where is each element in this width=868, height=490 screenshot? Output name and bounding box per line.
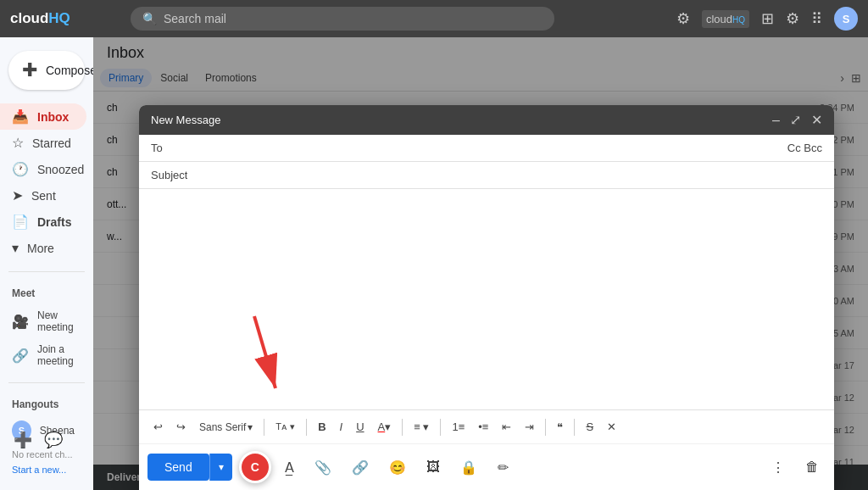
compose-label: Compose <box>46 64 97 77</box>
new-meeting-icon: 🎥 <box>12 314 29 330</box>
top-bar-icons: ⚙ cloudHQ ⊞ ⚙ ⠿ S <box>676 7 858 31</box>
undo-button[interactable]: ↩ <box>147 417 169 437</box>
emoji-icon[interactable]: 😊 <box>382 454 413 481</box>
settings-icon[interactable]: ⚙ <box>786 9 799 28</box>
inbox-icon: 📥 <box>12 109 29 125</box>
compose-button[interactable]: ✚ Compose <box>8 51 85 90</box>
sidebar-item-more[interactable]: ▾ More <box>0 235 86 261</box>
text-color-dropdown: ▾ <box>385 420 391 433</box>
top-bar: cloudHQ 🔍 ⚙ cloudHQ ⊞ ⚙ ⠿ S <box>0 0 868 37</box>
waffle-icon[interactable]: ⠿ <box>811 9 822 28</box>
toolbar-separator <box>440 419 441 436</box>
indent-less-button[interactable]: ⇤ <box>496 417 517 437</box>
sidebar-item-snoozed[interactable]: 🕐 Snoozed <box>0 156 86 182</box>
sidebar: ✚ Compose 📥 Inbox ☆ Starred 🕐 Snoozed ➤ … <box>0 37 93 490</box>
sidebar-item-starred[interactable]: ☆ Starred <box>0 130 86 156</box>
main-layout: ✚ Compose 📥 Inbox ☆ Starred 🕐 Snoozed ➤ … <box>0 37 868 490</box>
remove-format-button[interactable]: ✕ <box>601 417 622 437</box>
search-input[interactable] <box>164 12 542 25</box>
cloudhq-badge-icon[interactable]: cloudHQ <box>702 10 749 28</box>
bullet-list-button[interactable]: •≡ <box>472 417 494 437</box>
font-name: Sans Serif <box>199 421 246 433</box>
toolbar-separator <box>545 419 546 436</box>
subject-label: Subject <box>151 169 187 181</box>
compose-subject-field: Subject <box>139 162 834 189</box>
sidebar-item-label: Drafts <box>37 215 71 229</box>
send-button[interactable]: Send <box>147 454 209 481</box>
strikethrough-button[interactable]: S <box>580 417 599 437</box>
sidebar-item-label: Join a meeting <box>37 343 75 367</box>
compose-header: New Message – ⤢ ✕ <box>139 105 834 135</box>
cloudhq-action-button[interactable]: C <box>239 451 271 483</box>
cloudhq-logo: cloudHQ <box>10 10 120 27</box>
more-options-button[interactable]: ⋮ <box>765 454 792 481</box>
hangouts-section-label: Hangouts <box>0 393 93 415</box>
numbered-list-button[interactable]: 1≡ <box>446 417 470 437</box>
sidebar-item-join-meeting[interactable]: 🔗 Join a meeting <box>0 338 86 372</box>
send-group: Send ▾ <box>147 454 232 481</box>
close-icon[interactable]: ✕ <box>811 112 822 128</box>
compose-window: New Message – ⤢ ✕ To Cc Bcc Subject <box>139 105 834 490</box>
minimize-icon[interactable]: – <box>772 113 780 128</box>
text-color-label: A <box>378 420 386 433</box>
font-size-button[interactable]: Tᴀ ▾ <box>270 418 301 436</box>
sidebar-item-sent[interactable]: ➤ Sent <box>0 182 86 209</box>
photo-icon[interactable]: 🖼 <box>420 454 447 480</box>
text-color-button[interactable]: A ▾ <box>372 417 398 437</box>
compose-title: New Message <box>151 114 220 126</box>
subject-input[interactable] <box>187 169 822 181</box>
sidebar-item-label: Snoozed <box>37 163 84 176</box>
quote-button[interactable]: ❝ <box>551 417 569 437</box>
drafts-icon: 📄 <box>12 214 29 230</box>
align-button[interactable]: ≡ ▾ <box>408 417 435 437</box>
to-input[interactable] <box>185 142 787 154</box>
starred-icon: ☆ <box>12 135 24 151</box>
sidebar-add-icon[interactable]: ➕ <box>14 431 32 449</box>
toolbar-separator <box>264 419 264 436</box>
toolbar-separator <box>306 419 307 436</box>
compose-header-icons: – ⤢ ✕ <box>772 112 822 128</box>
sidebar-item-new-meeting[interactable]: 🎥 New meeting <box>0 304 86 338</box>
cc-bcc-label[interactable]: Cc Bcc <box>787 142 822 154</box>
search-bar[interactable]: 🔍 <box>131 7 554 31</box>
signature-icon[interactable]: ✏ <box>491 454 515 481</box>
format-text-icon[interactable]: A̲ <box>278 454 301 481</box>
meet-section-label: Meet <box>0 282 93 304</box>
redo-button[interactable]: ↪ <box>170 417 192 437</box>
avatar[interactable]: S <box>834 7 858 31</box>
toolbar-separator <box>402 419 403 436</box>
sidebar-item-label: Sent <box>31 189 56 203</box>
sidebar-item-drafts[interactable]: 📄 Drafts <box>0 209 86 235</box>
font-dropdown-icon: ▾ <box>248 421 253 433</box>
more-icon: ▾ <box>12 240 19 256</box>
compose-plus-icon: ✚ <box>22 61 37 80</box>
compose-to-field: To Cc Bcc <box>139 135 834 162</box>
italic-button[interactable]: I <box>334 417 349 437</box>
sidebar-item-inbox[interactable]: 📥 Inbox <box>0 103 86 130</box>
sidebar-item-label: Inbox <box>37 110 69 124</box>
font-selector[interactable]: Sans Serif ▾ <box>193 419 259 436</box>
apps-icon[interactable]: ⊞ <box>761 9 774 28</box>
snoozed-icon: 🕐 <box>12 161 29 177</box>
bold-button[interactable]: B <box>312 417 331 437</box>
start-new-chat[interactable]: Start a new... <box>0 463 93 476</box>
to-label: To <box>151 142 185 154</box>
cloudhq-icon-inside: C <box>251 460 259 474</box>
sent-icon: ➤ <box>12 187 23 203</box>
filter-icon[interactable]: ⚙ <box>676 9 690 28</box>
compose-body[interactable] <box>139 189 834 409</box>
indent-more-button[interactable]: ⇥ <box>519 417 540 437</box>
sidebar-chat-icon[interactable]: 💬 <box>44 431 63 449</box>
toolbar-separator <box>574 419 575 436</box>
underline-button[interactable]: U <box>350 417 370 437</box>
expand-icon[interactable]: ⤢ <box>790 112 801 128</box>
join-meeting-icon: 🔗 <box>12 348 29 364</box>
logo-text: cloudHQ <box>10 10 70 27</box>
attachment-icon[interactable]: 📎 <box>308 454 338 481</box>
send-dropdown-button[interactable]: ▾ <box>209 454 232 481</box>
email-area: Inbox Primary Social Promotions › ⊞ ch 3… <box>93 37 868 490</box>
lock-icon[interactable]: 🔒 <box>453 454 484 481</box>
delete-button[interactable]: 🗑 <box>798 454 826 480</box>
sidebar-item-label: New meeting <box>37 309 75 333</box>
link-icon[interactable]: 🔗 <box>345 454 376 481</box>
